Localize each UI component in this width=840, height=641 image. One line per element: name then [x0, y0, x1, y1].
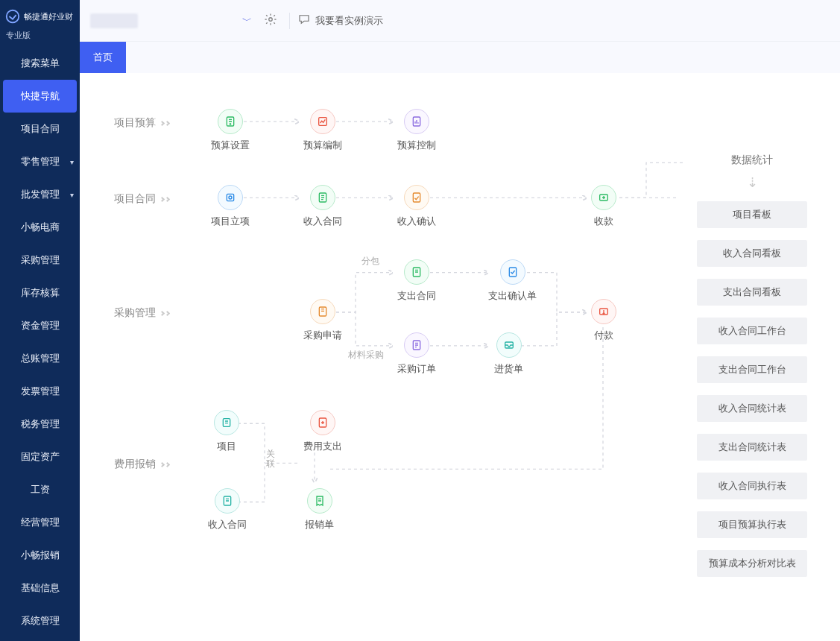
node-project-approval[interactable]: 项目立项: [211, 185, 250, 228]
sidebar-item-1[interactable]: 快捷导航: [3, 80, 77, 113]
sidebar-item-label: 资金管理: [21, 319, 60, 332]
svg-point-0: [7, 10, 19, 23]
sidebar: 畅捷通好业财 专业版 搜索菜单快捷导航项目合同零售管理▾批发管理▾小畅电商采购管…: [0, 0, 80, 641]
inbox-icon: [496, 332, 522, 358]
demo-link-label: 我要看实例演示: [315, 14, 383, 28]
doc-check-icon: [404, 185, 429, 210]
stats-button-9[interactable]: 预算成本分析对比表: [697, 550, 807, 577]
contract-out-icon: [404, 259, 429, 285]
stamp-icon: [218, 185, 243, 210]
node-purchase-order[interactable]: 采购订单: [397, 332, 436, 376]
sidebar-item-4[interactable]: 批发管理▾: [0, 178, 80, 211]
sidebar-item-16[interactable]: 基础信息: [0, 572, 80, 604]
row-label-purchase: 采购管理: [114, 306, 169, 320]
svg-point-16: [229, 196, 232, 199]
node-income-contract[interactable]: 收入合同: [303, 185, 342, 228]
stats-button-4[interactable]: 支出合同工作台: [697, 356, 807, 383]
contract-icon: [310, 185, 335, 210]
report-icon: [404, 109, 429, 134]
stats-button-1[interactable]: 收入合同看板: [697, 240, 807, 267]
svg-point-1: [269, 18, 273, 22]
sidebar-item-label: 发票管理: [21, 385, 60, 398]
node-receipt[interactable]: 收款: [591, 185, 616, 228]
doc-confirm-icon: [500, 259, 525, 285]
sidebar-item-0[interactable]: 搜索菜单: [0, 47, 80, 80]
svg-rect-22: [509, 268, 516, 277]
sidebar-item-11[interactable]: 税务管理: [0, 408, 80, 441]
sidebar-item-10[interactable]: 发票管理: [0, 375, 80, 408]
stats-button-3[interactable]: 收入合同工作台: [697, 318, 807, 344]
org-selector[interactable]: ﹀: [90, 13, 252, 28]
sidebar-item-label: 搜索菜单: [21, 57, 60, 70]
sidebar-item-label: 项目合同: [21, 122, 60, 136]
sidebar-item-5[interactable]: 小畅电商: [0, 211, 80, 244]
sidebar-item-8[interactable]: 资金管理: [0, 309, 80, 342]
node-budget-control[interactable]: 预算控制: [397, 109, 436, 152]
node-expense-contract[interactable]: 支出合同: [397, 259, 436, 303]
row-label-contract: 项目合同: [114, 192, 169, 206]
sidebar-item-3[interactable]: 零售管理▾: [0, 145, 80, 178]
node-goods-in[interactable]: 进货单: [494, 332, 523, 376]
brand-name: 畅捷通好业财: [24, 11, 73, 22]
sidebar-item-9[interactable]: 总账管理: [0, 342, 80, 375]
sidebar-item-2[interactable]: 项目合同: [0, 113, 80, 145]
sidebar-item-7[interactable]: 库存核算: [0, 277, 80, 309]
arrow-icon: [160, 198, 169, 201]
sidebar-item-label: 小畅报销: [21, 549, 60, 562]
stats-title: 数据统计: [731, 154, 773, 167]
node-budget-setup[interactable]: 预算设置: [211, 109, 250, 152]
stats-button-7[interactable]: 收入合同执行表: [697, 473, 807, 499]
stats-button-0[interactable]: 项目看板: [697, 201, 807, 228]
caret-down-icon: ▾: [70, 191, 74, 199]
sidebar-item-13[interactable]: 工资: [0, 473, 80, 506]
stats-button-6[interactable]: 支出合同统计表: [697, 434, 807, 461]
stats-button-5[interactable]: 收入合同统计表: [697, 395, 807, 422]
stats-panel: 数据统计 ⇣ 项目看板收入合同看板支出合同看板收入合同工作台支出合同工作台收入合…: [697, 154, 807, 589]
main: ﹀ 我要看实例演示 首页: [80, 0, 840, 641]
chevron-down-icon: ﹀: [242, 14, 252, 28]
sidebar-item-15[interactable]: 小畅报销: [0, 539, 80, 572]
sidebar-item-label: 税务管理: [21, 417, 60, 431]
comment-icon: [297, 13, 311, 28]
node-income-contract-2[interactable]: 收入合同: [208, 488, 247, 531]
node-payment[interactable]: 付款: [591, 299, 616, 342]
arrow-icon: [160, 121, 169, 125]
node-purchase-request[interactable]: 采购申请: [303, 299, 342, 342]
node-project[interactable]: 项目: [214, 410, 239, 453]
flow-canvas: 项目预算 项目合同 采购管理 费用报销 预算设置 预算编: [80, 73, 840, 641]
stats-button-2[interactable]: 支出合同看板: [697, 279, 807, 306]
sidebar-item-label: 采购管理: [21, 253, 60, 267]
demo-link[interactable]: 我要看实例演示: [297, 13, 383, 28]
stats-button-8[interactable]: 项目预算执行表: [697, 511, 807, 538]
sidebar-item-12[interactable]: 固定资产: [0, 441, 80, 473]
gear-icon[interactable]: [259, 13, 282, 28]
request-icon: [310, 299, 335, 324]
sidebar-item-14[interactable]: 经营管理: [0, 506, 80, 539]
sidebar-item-17[interactable]: 系统管理: [0, 604, 80, 637]
svg-rect-18: [413, 193, 420, 202]
doc-plus-icon: [218, 109, 243, 134]
sidebar-item-label: 零售管理: [21, 155, 60, 168]
sidebar-item-label: 工资: [31, 483, 50, 496]
sidebar-item-6[interactable]: 采购管理: [0, 244, 80, 277]
org-name-blurred: [90, 13, 138, 28]
caret-down-icon: ▾: [70, 158, 74, 166]
sidebar-item-label: 快捷导航: [21, 89, 60, 103]
node-income-confirm[interactable]: 收入确认: [397, 185, 436, 228]
sidebar-item-label: 基础信息: [21, 581, 60, 595]
row-label-budget: 项目预算: [114, 116, 169, 130]
brand-edition: 专业版: [0, 30, 80, 47]
sidebar-item-label: 库存核算: [21, 286, 60, 300]
node-expense-confirm[interactable]: 支出确认单: [488, 259, 537, 303]
sidebar-item-label: 批发管理: [21, 188, 60, 201]
brand-block: 畅捷通好业财: [0, 0, 80, 30]
arrow-icon: [160, 463, 169, 467]
sidebar-item-label: 系统管理: [21, 614, 60, 628]
money-out-icon: [591, 299, 616, 324]
node-fee-expense[interactable]: 费用支出: [303, 410, 342, 453]
node-reimburse[interactable]: 报销单: [305, 488, 334, 531]
money-in-icon: [591, 185, 616, 210]
tab-home[interactable]: 首页: [80, 42, 126, 73]
order-icon: [404, 332, 429, 358]
node-budget-edit[interactable]: 预算编制: [303, 109, 342, 152]
